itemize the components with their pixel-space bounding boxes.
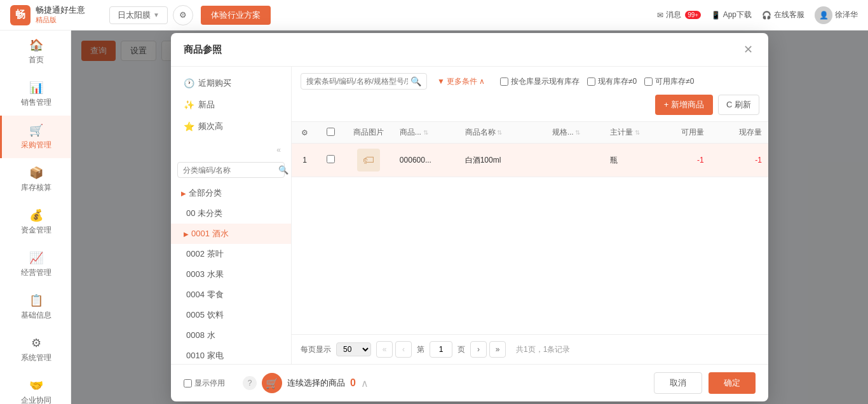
sidebar-item-collab[interactable]: 🤝 企业协同 (0, 371, 71, 404)
category-item-fruit[interactable]: 0003 水果 (171, 264, 291, 285)
column-settings-icon[interactable]: ⚙ (301, 128, 308, 137)
sidebar-item-purchase[interactable]: 🛒 采购管理 (0, 116, 71, 158)
category-list: ▶ 全部分类 00 未分类 ▶ 0001 酒水 0002 茶 (171, 183, 291, 364)
row-check[interactable] (318, 144, 344, 177)
category-item-liquor[interactable]: ▶ 0001 酒水 (171, 224, 291, 244)
page-last-button[interactable]: » (489, 341, 506, 358)
filter-button[interactable]: ▼ 更多条件 ∧ (432, 74, 490, 90)
product-table-wrapper: ⚙ 商品图片 商品... 商品名称 规格... (292, 122, 768, 334)
page-navigation: « ‹ 第 页 › » (376, 341, 506, 358)
th-gear: ⚙ (292, 122, 318, 144)
page-prev-button[interactable]: ‹ (395, 341, 412, 358)
message-badge: 99+ (685, 11, 700, 19)
home-icon: 🏠 (29, 38, 43, 52)
category-arrow-liquor: ▶ (184, 231, 189, 238)
checkbox-existing-label[interactable]: 现有库存≠0 (587, 76, 637, 87)
sidebar-item-sales[interactable]: 📊 销售管理 (0, 73, 71, 116)
per-page-select[interactable]: 50 100 (336, 342, 371, 356)
app-download-nav-item[interactable]: 📱 App下载 (711, 10, 752, 20)
page-number-input[interactable] (430, 341, 452, 358)
th-spec[interactable]: 规格... (546, 122, 604, 144)
row-avail: -1 (652, 144, 710, 177)
operations-icon: 📈 (29, 251, 43, 265)
left-panel: 🕐 近期购买 ✨ 新品 ⭐ 频次高 (171, 67, 292, 364)
category-item-water[interactable]: 0008 水 (171, 325, 291, 346)
message-nav-item[interactable]: ✉ 消息 99+ (657, 10, 700, 20)
cart-button[interactable]: 🛒 (262, 373, 282, 393)
page-info: 共1页，1条记录 (516, 344, 570, 355)
right-panel: 🔍 ▼ 更多条件 ∧ 按仓库显示现有库存 (292, 67, 768, 364)
collapse-footer-icon[interactable]: ∧ (361, 377, 369, 389)
sidebar-item-home[interactable]: 🏠 首页 (0, 30, 71, 73)
footer-actions: 取消 确定 (654, 372, 756, 394)
checkbox-warehouse[interactable] (500, 77, 508, 86)
row-code: 000600... (393, 144, 459, 177)
th-unit[interactable]: 主计量 (604, 122, 652, 144)
table-toolbar: 🔍 ▼ 更多条件 ∧ 按仓库显示现有库存 (292, 67, 768, 122)
th-name[interactable]: 商品名称 (459, 122, 546, 144)
sidebar-item-system[interactable]: ⚙ 系统管理 (0, 328, 71, 371)
th-image: 商品图片 (344, 122, 393, 144)
product-modal: 商品参照 ✕ 🕐 近期购买 ✨ 新 (171, 33, 768, 401)
main-layout: 🏠 首页 📊 销售管理 🛒 采购管理 📦 库存核算 💰 资金管理 📈 经营管理 … (0, 30, 868, 404)
modal-close-button[interactable]: ✕ (740, 42, 756, 57)
sidebar: 🏠 首页 📊 销售管理 🛒 采购管理 📦 库存核算 💰 资金管理 📈 经营管理 … (0, 30, 71, 404)
system-icon: ⚙ (31, 336, 41, 350)
chevron-down-icon: ▼ (153, 11, 159, 18)
confirm-button[interactable]: 确定 (709, 372, 756, 394)
category-item-tea[interactable]: 0002 茶叶 (171, 244, 291, 264)
help-icon[interactable]: ? (243, 376, 257, 390)
tab-recent-purchase[interactable]: 🕐 近期购买 (177, 73, 285, 93)
sidebar-item-finance[interactable]: 💰 资金管理 (0, 201, 71, 243)
th-code[interactable]: 商品... (393, 122, 459, 144)
page-unit: 页 (458, 344, 465, 355)
add-product-button[interactable]: + 新增商品 (655, 95, 713, 115)
table-header: ⚙ 商品图片 商品... 商品名称 规格... (292, 122, 768, 144)
category-search-input[interactable] (183, 166, 278, 175)
sidebar-item-basic[interactable]: 📋 基础信息 (0, 286, 71, 328)
cart-icon: 🛒 (266, 377, 278, 389)
avatar: 👤 (815, 6, 832, 24)
cancel-button[interactable]: 取消 (654, 372, 702, 394)
product-search-input[interactable] (306, 77, 408, 86)
category-item-all[interactable]: ▶ 全部分类 (171, 183, 291, 203)
top-nav: 畅 畅捷通好生意 精品版 日太阳膜 ▼ ⚙ 体验行业方案 ✉ 消息 99+ 📱 … (0, 0, 868, 30)
online-service-nav-item[interactable]: 🎧 在线客服 (762, 10, 804, 20)
user-nav-item[interactable]: 👤 徐泽华 (815, 6, 858, 24)
product-thumbnail: 🏷 (357, 149, 380, 172)
show-disabled-checkbox[interactable] (184, 379, 192, 387)
filter-icon: ▼ (437, 77, 445, 86)
refresh-button[interactable]: C 刷新 (718, 95, 759, 115)
nav-dropdown[interactable]: 日太阳膜 ▼ (109, 6, 168, 24)
tab-frequent[interactable]: ⭐ 频次高 (177, 116, 285, 137)
category-item-unclassified[interactable]: 00 未分类 (171, 203, 291, 224)
category-item-beverage[interactable]: 0005 饮料 (171, 305, 291, 325)
show-disabled-label[interactable]: 显示停用 (184, 378, 225, 389)
settings-icon[interactable]: ⚙ (173, 5, 193, 25)
tab-new-products[interactable]: ✨ 新品 (177, 95, 285, 115)
checkbox-warehouse-label[interactable]: 按仓库显示现有库存 (500, 76, 580, 87)
row-stock: -1 (710, 144, 768, 177)
category-item-appliance[interactable]: 0010 家电 (171, 346, 291, 364)
table-row[interactable]: 1 🏷 (292, 144, 768, 177)
row-checkbox[interactable] (327, 155, 335, 163)
checkbox-available[interactable] (644, 77, 653, 86)
category-item-snack[interactable]: 0004 零食 (171, 285, 291, 305)
nav-right: ✉ 消息 99+ 📱 App下载 🎧 在线客服 👤 徐泽华 (657, 6, 858, 24)
checkbox-available-label[interactable]: 可用库存≠0 (644, 76, 694, 87)
panel-collapse-icon[interactable]: « (271, 143, 286, 157)
experience-button[interactable]: 体验行业方案 (201, 6, 271, 25)
collab-icon: 🤝 (29, 379, 43, 393)
logo-text: 畅捷通好生意 精品版 (36, 5, 85, 25)
checkbox-existing[interactable] (587, 77, 595, 86)
inventory-icon: 📦 (29, 166, 43, 180)
select-all-checkbox[interactable] (327, 128, 335, 136)
page-first-button[interactable]: « (376, 341, 393, 358)
clock-icon: 🕐 (184, 78, 194, 88)
row-spec (546, 144, 604, 177)
modal-body: 🕐 近期购买 ✨ 新品 ⭐ 频次高 (171, 67, 768, 364)
category-search-icon: 🔍 (278, 165, 288, 175)
sidebar-item-inventory[interactable]: 📦 库存核算 (0, 158, 71, 201)
sidebar-item-operations[interactable]: 📈 经营管理 (0, 243, 71, 286)
page-next-button[interactable]: › (470, 341, 487, 358)
